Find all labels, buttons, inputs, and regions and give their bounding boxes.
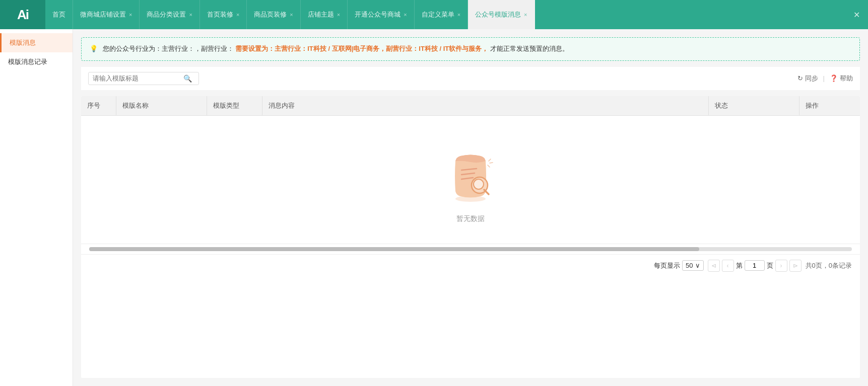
content-area: 💡 您的公众号行业为：主营行业：，副营行业： 需要设置为：主营行业：IT科技 /… bbox=[73, 29, 868, 386]
page-suffix: 页 bbox=[767, 261, 773, 270]
nav-tab-theme[interactable]: 店铺主题× bbox=[301, 0, 348, 29]
scrollbar-track[interactable] bbox=[89, 247, 852, 251]
nav-tab-close-custommenu[interactable]: × bbox=[457, 12, 460, 18]
empty-state: 暂无数据 bbox=[81, 116, 860, 244]
scrollbar-thumb[interactable] bbox=[89, 247, 699, 251]
nav-tab-close-homepage[interactable]: × bbox=[236, 12, 239, 18]
prev-page-button[interactable]: ‹ bbox=[722, 260, 734, 272]
divider: | bbox=[823, 74, 825, 82]
next-page-button[interactable]: › bbox=[775, 260, 787, 272]
nav-tab-label: 开通公众号商城 bbox=[355, 10, 400, 19]
page-size-dropdown[interactable]: 50 ∨ bbox=[682, 260, 703, 271]
top-nav: Ai 首页微商城店铺设置×商品分类设置×首页装修×商品页装修×店铺主题×开通公众… bbox=[0, 0, 868, 29]
nav-tab-label: 商品页装修 bbox=[254, 10, 287, 19]
sync-label: 同步 bbox=[805, 74, 818, 83]
nav-tab-close-wechat[interactable]: × bbox=[404, 12, 407, 18]
page-size-label: 每页显示 bbox=[654, 261, 680, 270]
search-actions: ↻ 同步 | ❓ 帮助 bbox=[797, 74, 853, 83]
nav-tab-label: 自定义菜单 bbox=[422, 10, 454, 19]
nav-tab-category[interactable]: 商品分类设置× bbox=[140, 0, 199, 29]
notice-highlight: 需要设置为：主营行业：IT科技 / 互联网|电子商务，副营行业：IT科技 / I… bbox=[235, 45, 488, 52]
brand-logo: Ai bbox=[0, 0, 45, 29]
table-header-index: 序号 bbox=[81, 96, 116, 115]
scrollbar-area bbox=[81, 244, 860, 254]
sidebar-item-template-msg[interactable]: 模版消息 bbox=[0, 33, 73, 52]
page-nav: ⊲ ‹ 第 页 › ⊳ bbox=[708, 260, 802, 272]
nav-tab-custommenu[interactable]: 自定义菜单× bbox=[415, 0, 468, 29]
main-layout: 模版消息模版消息记录 💡 您的公众号行业为：主营行业：，副营行业： 需要设置为：… bbox=[0, 29, 868, 386]
page-size-select: 每页显示 50 ∨ bbox=[654, 260, 703, 271]
search-input[interactable] bbox=[93, 74, 183, 82]
nav-tab-label: 公众号模版消息 bbox=[475, 10, 521, 19]
nav-tab-close-category[interactable]: × bbox=[189, 12, 192, 18]
nav-tab-wshop[interactable]: 微商城店铺设置× bbox=[73, 0, 140, 29]
table-header-action: 操作 bbox=[799, 96, 860, 115]
table-header-name: 模版名称 bbox=[116, 96, 207, 115]
first-page-button[interactable]: ⊲ bbox=[708, 260, 720, 272]
svg-line-9 bbox=[488, 165, 490, 167]
sync-icon: ↻ bbox=[797, 74, 803, 82]
nav-tab-label: 店铺主题 bbox=[308, 10, 334, 19]
nav-tab-templatemsg[interactable]: 公众号模版消息× bbox=[468, 0, 535, 29]
help-button[interactable]: ❓ 帮助 bbox=[830, 74, 853, 83]
pagination: 每页显示 50 ∨ ⊲ ‹ 第 页 › ⊳ 共0页，0条记录 bbox=[81, 254, 860, 277]
nav-tabs: 首页微商城店铺设置×商品分类设置×首页装修×商品页装修×店铺主题×开通公众号商城… bbox=[45, 0, 845, 29]
total-info: 共0页，0条记录 bbox=[806, 261, 852, 270]
search-icon[interactable]: 🔍 bbox=[183, 74, 192, 83]
last-page-button[interactable]: ⊳ bbox=[789, 260, 802, 272]
sync-button[interactable]: ↻ 同步 bbox=[797, 74, 818, 83]
nav-tab-label: 首页装修 bbox=[207, 10, 233, 19]
nav-tab-close-theme[interactable]: × bbox=[337, 12, 340, 18]
table-container: 序号模版名称模版类型消息内容状态操作 bbox=[81, 96, 860, 378]
table-header-content: 消息内容 bbox=[262, 96, 709, 115]
help-icon: ❓ bbox=[830, 74, 838, 82]
table-header-status: 状态 bbox=[709, 96, 799, 115]
search-bar: 🔍 ↻ 同步 | ❓ 帮助 bbox=[81, 67, 860, 90]
notice-prefix: 您的公众号行业为：主营行业：，副营行业： bbox=[103, 45, 234, 52]
help-label: 帮助 bbox=[840, 74, 853, 83]
nav-tab-productpage[interactable]: 商品页装修× bbox=[247, 0, 300, 29]
page-number-input[interactable] bbox=[745, 260, 765, 271]
nav-tab-label: 商品分类设置 bbox=[147, 10, 186, 19]
current-page-label: 第 bbox=[736, 261, 743, 270]
sidebar-item-template-record[interactable]: 模版消息记录 bbox=[0, 52, 73, 71]
svg-line-8 bbox=[490, 163, 493, 163]
svg-line-7 bbox=[489, 159, 491, 161]
table-header-type: 模版类型 bbox=[207, 96, 262, 115]
chevron-down-icon: ∨ bbox=[695, 262, 700, 269]
empty-state-icon bbox=[440, 146, 501, 206]
nav-tab-label: 首页 bbox=[52, 10, 65, 19]
sidebar: 模版消息模版消息记录 bbox=[0, 29, 73, 386]
table-header: 序号模版名称模版类型消息内容状态操作 bbox=[81, 96, 860, 116]
nav-tab-close-wshop[interactable]: × bbox=[129, 12, 132, 18]
nav-tab-home[interactable]: 首页 bbox=[45, 0, 73, 29]
lightbulb-icon: 💡 bbox=[90, 45, 98, 52]
empty-text: 暂无数据 bbox=[456, 214, 485, 223]
nav-tab-wechat[interactable]: 开通公众号商城× bbox=[348, 0, 414, 29]
search-input-wrap[interactable]: 🔍 bbox=[88, 72, 199, 85]
notice-suffix: 才能正常发送预置的消息。 bbox=[490, 45, 569, 52]
global-close-button[interactable]: ✕ bbox=[845, 0, 868, 29]
notice-box: 💡 您的公众号行业为：主营行业：，副营行业： 需要设置为：主营行业：IT科技 /… bbox=[81, 37, 860, 61]
nav-tab-close-templatemsg[interactable]: × bbox=[524, 12, 527, 18]
page-size-value: 50 bbox=[686, 262, 693, 269]
nav-tab-homepage[interactable]: 首页装修× bbox=[200, 0, 247, 29]
svg-point-5 bbox=[474, 179, 484, 189]
nav-tab-label: 微商城店铺设置 bbox=[80, 10, 126, 19]
nav-tab-close-productpage[interactable]: × bbox=[290, 12, 293, 18]
